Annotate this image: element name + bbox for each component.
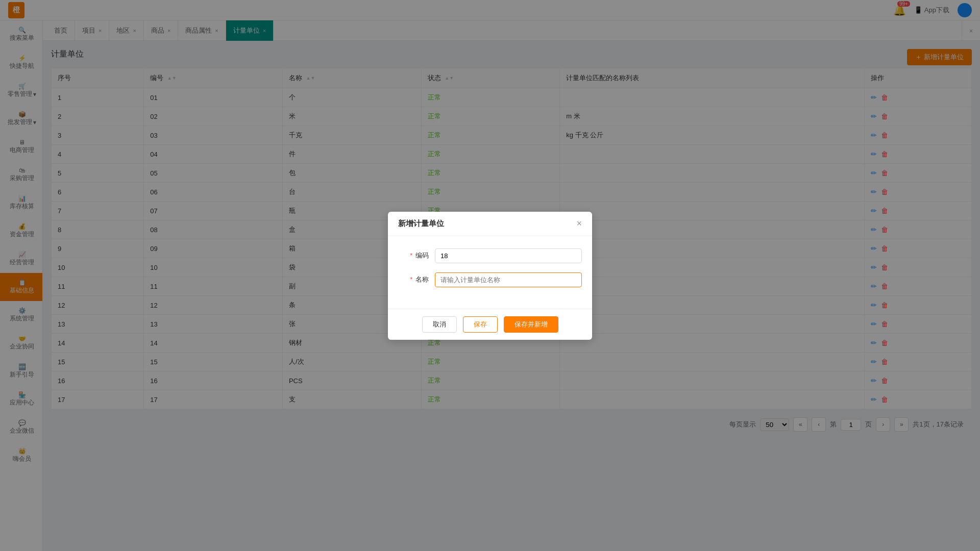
modal-title: 新增计量单位 — [398, 219, 444, 229]
code-label: * 编码 — [398, 251, 429, 260]
modal-header: 新增计量单位 × — [388, 212, 592, 236]
cancel-button[interactable]: 取消 — [422, 316, 457, 333]
modal-body: * 编码 * 名称 — [388, 236, 592, 309]
modal-overlay: 新增计量单位 × * 编码 * 名称 取消 保存 保存并新增 — [0, 0, 980, 551]
code-input[interactable] — [435, 248, 582, 263]
save-button[interactable]: 保存 — [463, 316, 498, 333]
save-and-new-button[interactable]: 保存并新增 — [504, 316, 558, 333]
modal-footer: 取消 保存 保存并新增 — [388, 309, 592, 340]
name-label: * 名称 — [398, 275, 429, 284]
required-star-code: * — [410, 252, 412, 259]
modal-close-button[interactable]: × — [576, 219, 582, 228]
form-item-name: * 名称 — [398, 272, 582, 287]
required-star-name: * — [410, 276, 412, 283]
form-item-code: * 编码 — [398, 248, 582, 263]
name-input[interactable] — [435, 272, 582, 287]
add-unit-modal: 新增计量单位 × * 编码 * 名称 取消 保存 保存并新增 — [388, 212, 592, 340]
